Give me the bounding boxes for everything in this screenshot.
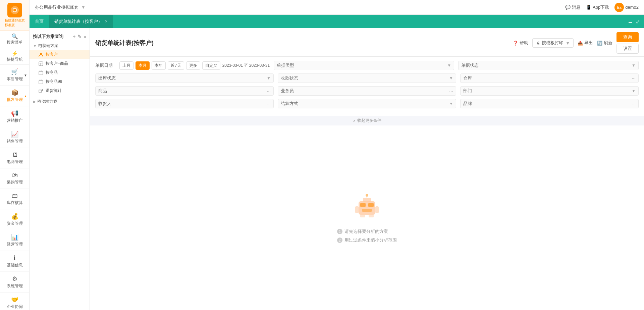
doc-type-field[interactable]: 单据类型 ▼ [274, 61, 454, 70]
warehouse-field[interactable]: 仓库 ··· [460, 73, 639, 83]
export-icon: 📤 [578, 41, 583, 46]
sidebar-item-collab[interactable]: 🤝 企业协同 [0, 293, 29, 310]
sidebar-item-inventory[interactable]: 🗃 库存核算 [0, 189, 29, 209]
salesperson-field[interactable]: 业务员 ··· [278, 86, 456, 96]
avatar: Ea [614, 3, 624, 12]
date-btn-this-month[interactable]: 本月 [136, 61, 150, 70]
sidebar-item-wholesale[interactable]: 📦 批发管理 ▲ [0, 86, 29, 106]
svg-rect-15 [363, 198, 371, 202]
tip1-text: 请先选择要分析的方案 [344, 228, 388, 235]
tab-minimize-btn[interactable]: 🗕 [628, 18, 633, 24]
mobile-group-title[interactable]: ▶ 移动端方案 [30, 97, 90, 106]
scheme-panel-actions: + ✎ « [73, 34, 86, 39]
desktop-group-title[interactable]: ▼ 电脑端方案 [30, 42, 90, 50]
empty-illustration [350, 190, 384, 223]
brand-label: 品牌 [463, 101, 632, 107]
refresh-btn[interactable]: 🔄 刷新 [597, 40, 612, 46]
collapse-bar[interactable]: ∧ 收起更多条件 [90, 116, 644, 125]
home-tab-label: 首页 [35, 18, 44, 24]
print-btn[interactable]: 🖨 按模板打印 ▼ [532, 38, 574, 48]
brand-dots[interactable]: ··· [632, 101, 636, 106]
date-btn-last-month[interactable]: 上月 [119, 61, 133, 70]
sidebar-item-purchase[interactable]: 🛍 采购管理 [0, 168, 29, 189]
scheme-item-customer[interactable]: 按客户 [30, 50, 90, 59]
sidebar-item-finance[interactable]: 💰 资金管理 [0, 209, 29, 230]
goods-field[interactable]: 商品 ··· [95, 86, 274, 96]
top-header: 办公用品行业模拟账套 ▼ 💬 消息 📱 App下载 Ea demo2 [30, 0, 644, 15]
salesperson-dots[interactable]: ··· [449, 88, 453, 94]
sidebar-item-retail[interactable]: 🛒 零售管理 ▼ [0, 65, 29, 86]
brand-field[interactable]: 品牌 ··· [460, 99, 639, 108]
print-arrow: ▼ [566, 41, 570, 46]
inventory-icon: 🗃 [12, 192, 18, 199]
filter-row-3: 商品 ··· 业务员 ··· 部门 ▼ [95, 86, 639, 96]
scheme-item-customer-goods[interactable]: 按客户+商品 [30, 59, 90, 68]
marketing-icon: 📢 [11, 110, 18, 117]
date-btn-this-year[interactable]: 本年 [152, 61, 166, 70]
customer-scheme-icon [38, 52, 44, 57]
receipt-status-field[interactable]: 收款状态 ▼ [278, 73, 456, 83]
sidebar-item-marketing[interactable]: 📢 营销推广 [0, 106, 29, 127]
breadcrumb-area: 办公用品行业模拟账套 ▼ [35, 4, 86, 10]
tab-maximize-btn[interactable]: ⤢ [636, 18, 640, 25]
collab-icon: 🤝 [11, 296, 18, 303]
doctype-filter-group: 单据类型 ▼ 单据状态 ▼ [274, 61, 639, 70]
sidebar: 畅捷通好生意 标准版 🔍 搜索菜单 ⚡ 快捷导航 🛒 零售管理 ▼ 📦 批发管理… [0, 0, 30, 310]
export-btn[interactable]: 📤 导出 [578, 40, 593, 46]
payment-field[interactable]: 结算方式 ▼ [278, 99, 456, 108]
app-download-btn[interactable]: 📱 App下载 [586, 4, 609, 10]
svg-rect-18 [355, 206, 359, 213]
receiver-field[interactable]: 收货人 ··· [95, 99, 274, 108]
edit-scheme-btn[interactable]: ✎ [77, 34, 82, 39]
receiver-label: 收货人 [98, 101, 267, 107]
svg-rect-21 [369, 215, 374, 217]
goods-label: 商品 [98, 88, 267, 94]
sidebar-item-ecommerce[interactable]: 🖥 电商管理 [0, 148, 29, 168]
date-btn-custom[interactable]: 自定义 [202, 61, 220, 70]
receiver-dots[interactable]: ··· [267, 101, 271, 106]
collapse-panel-btn[interactable]: « [84, 34, 86, 39]
add-scheme-btn[interactable]: + [73, 34, 75, 39]
scheme-item-goods[interactable]: 按商品 [30, 68, 90, 77]
tab-home[interactable]: 首页 [30, 15, 49, 28]
scheme-item-returns[interactable]: 退货统计 [30, 86, 90, 95]
finance-icon: 💰 [11, 213, 18, 220]
sidebar-item-search[interactable]: 🔍 搜索菜单 [0, 31, 29, 48]
query-button[interactable]: 查询 [616, 32, 639, 42]
date-btn-7days[interactable]: 近7天 [168, 61, 184, 70]
date-btn-more[interactable]: 更多 [186, 61, 200, 70]
sidebar-item-sales[interactable]: 📈 销售管理 [0, 127, 29, 148]
main-area: 办公用品行业模拟账套 ▼ 💬 消息 📱 App下载 Ea demo2 首页 [30, 0, 644, 310]
svg-rect-14 [362, 209, 372, 212]
svg-point-17 [366, 194, 368, 197]
tab-bar-actions: 🗕 ⤢ [628, 18, 644, 25]
tab-bar: 首页 销货单统计表（按客户） × 🗕 ⤢ [30, 15, 644, 28]
sidebar-item-quicknav[interactable]: ⚡ 快捷导航 [0, 48, 29, 65]
settings-button[interactable]: 设置 [616, 44, 639, 54]
sidebar-item-basics[interactable]: ℹ 基础信息 [0, 251, 29, 272]
user-menu[interactable]: Ea demo2 [614, 3, 639, 12]
sidebar-item-system[interactable]: ⚙ 系统管理 [0, 272, 29, 293]
page-content: 按以下方案查询 + ✎ « ▼ 电脑端方案 按客户 [30, 28, 644, 310]
goods-icon [38, 70, 44, 75]
sidebar-item-operations[interactable]: 📊 经营管理 [0, 230, 29, 251]
retail-arrow: ▼ [24, 73, 27, 77]
warehouse-dots[interactable]: ··· [632, 75, 636, 81]
dept-field[interactable]: 部门 ▼ [460, 86, 639, 96]
doc-status-field[interactable]: 单据状态 ▼ [458, 61, 639, 70]
logo-text: 畅捷通好生意 标准版 [5, 18, 25, 28]
tab-close-btn[interactable]: × [105, 19, 107, 24]
tip1-num: 1 [337, 229, 342, 234]
salesperson-label: 业务员 [281, 88, 449, 94]
goods99-icon [38, 79, 44, 85]
help-btn[interactable]: ❓ 帮助 [513, 40, 528, 46]
refresh-icon: 🔄 [597, 41, 602, 46]
ecommerce-icon: 🖥 [12, 151, 18, 158]
sales-icon: 📈 [11, 131, 18, 138]
out-status-field[interactable]: 出库状态 ▼ [95, 73, 274, 83]
goods-dots[interactable]: ··· [267, 88, 271, 94]
message-btn[interactable]: 💬 消息 [565, 4, 581, 10]
tab-active[interactable]: 销货单统计表（按客户） × [49, 15, 113, 28]
scheme-item-goods99[interactable]: 按商品99 [30, 77, 90, 86]
filter-row-1: 单据日期 上月 本月 本年 近7天 更多 自定义 2023-03-01 至 20… [95, 61, 639, 70]
